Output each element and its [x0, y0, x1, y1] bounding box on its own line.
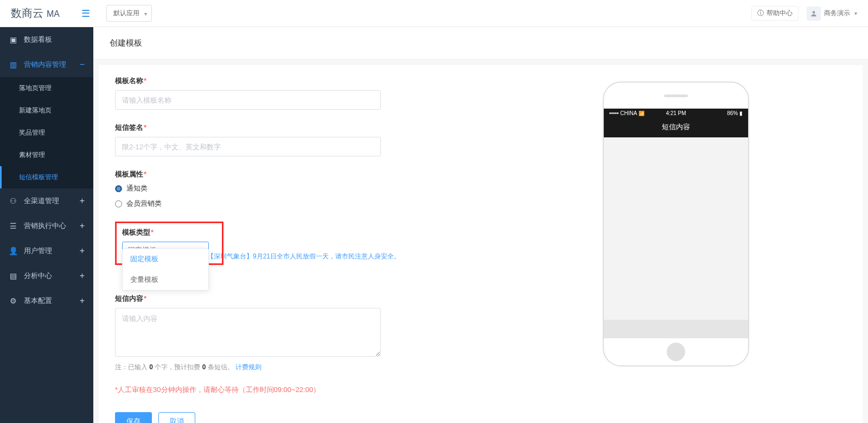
- sidebar-item-label: 全渠道管理: [24, 196, 59, 206]
- sidebar-item-label: 用户管理: [24, 246, 52, 256]
- template-type-dropdown: 固定模板 变量模板: [122, 248, 209, 291]
- content-textarea[interactable]: [115, 308, 381, 357]
- expand-icon: +: [80, 296, 85, 306]
- phone-bottom-bezel: [604, 338, 748, 365]
- svg-point-0: [813, 11, 815, 14]
- user-menu[interactable]: 商务演示: [807, 7, 857, 21]
- top-header: 数商云 MA ☰ 默认应用 ⓘ 帮助中心 商务演示: [0, 0, 868, 27]
- username-label: 商务演示: [824, 9, 850, 18]
- content-counter: 注：已输入 0 个字，预计扣费 0 条短信。 计费规则: [115, 363, 506, 372]
- menu-toggle-icon[interactable]: ☰: [73, 8, 98, 20]
- sidebar-item-label: 营销内容管理: [24, 60, 66, 70]
- radio-notification-input[interactable]: [115, 185, 122, 192]
- expand-icon: +: [80, 246, 85, 256]
- analytics-icon: ▤: [9, 272, 17, 280]
- sidebar-sub-prize[interactable]: 奖品管理: [0, 122, 93, 144]
- users-icon: 👤: [9, 247, 17, 255]
- phone-battery: 86% ▮: [727, 110, 743, 116]
- phone-bottom-bar: [604, 320, 748, 338]
- phone-nav-title: 短信内容: [604, 118, 748, 137]
- brand-sub: MA: [47, 9, 60, 19]
- phone-speaker: [664, 94, 688, 97]
- avatar-icon: [807, 7, 821, 21]
- app-selector[interactable]: 默认应用: [106, 5, 152, 22]
- collapse-icon: −: [80, 60, 85, 70]
- brand-name: 数商云: [11, 6, 43, 21]
- omnichannel-icon: ⚇: [9, 197, 17, 205]
- sidebar-item-analytics[interactable]: ▤ 分析中心 +: [0, 263, 93, 288]
- sidebar-item-label: 基本配置: [24, 296, 52, 306]
- sms-sign-input[interactable]: [115, 137, 381, 156]
- phone-time: 4:21 PM: [666, 110, 686, 116]
- sidebar-sub-material[interactable]: 素材管理: [0, 144, 93, 166]
- radio-notification[interactable]: 通知类: [115, 184, 506, 193]
- gear-icon: ⚙: [9, 296, 17, 305]
- execution-icon: ☰: [9, 222, 17, 230]
- audit-warning: *人工审核在30分钟内操作，请耐心等待（工作时间09:00~22:00）: [115, 385, 506, 395]
- sidebar-nav: ▣ 数据看板 ▥ 营销内容管理 − 落地页管理 新建落地页 奖品管理 素材管理 …: [0, 27, 93, 423]
- page-title: 创建模板: [93, 27, 868, 60]
- template-name-input[interactable]: [115, 90, 381, 110]
- cancel-button[interactable]: 取消: [158, 412, 195, 423]
- help-center-button[interactable]: ⓘ 帮助中心: [751, 6, 799, 21]
- marketing-icon: ▥: [9, 60, 17, 69]
- attribute-label: 模板属性*: [115, 169, 506, 179]
- phone-mockup: ••••• CHINA 4:21 PM 86% ▮ 短信内容: [603, 81, 749, 367]
- phone-carrier: ••••• CHINA: [609, 110, 644, 116]
- template-name-label: 模板名称*: [115, 76, 506, 86]
- expand-icon: +: [80, 221, 85, 231]
- wifi-icon: [639, 110, 644, 116]
- sidebar-item-marketing-content[interactable]: ▥ 营销内容管理 −: [0, 52, 93, 77]
- billing-rule-link[interactable]: 计费规则: [235, 363, 261, 371]
- phone-screen: [604, 137, 748, 338]
- expand-icon: +: [80, 196, 85, 206]
- content-label: 短信内容*: [115, 294, 506, 304]
- sidebar-item-label: 分析中心: [24, 271, 52, 281]
- phone-status-bar: ••••• CHINA 4:21 PM 86% ▮: [604, 109, 748, 118]
- sidebar-sub-sms-template[interactable]: 短信模板管理: [0, 166, 93, 188]
- sidebar-item-label: 数据看板: [24, 35, 52, 45]
- app-selector-label: 默认应用: [113, 9, 139, 17]
- sidebar-sub-landing[interactable]: 落地页管理: [0, 77, 93, 99]
- highlight-annotation: 模板类型* 固定模板 ˄ 固定模板 变量模板: [115, 222, 224, 265]
- sidebar-submenu: 落地页管理 新建落地页 奖品管理 素材管理 短信模板管理: [0, 77, 93, 188]
- save-button[interactable]: 保存: [115, 412, 152, 423]
- radio-member-marketing[interactable]: 会员营销类: [115, 199, 506, 209]
- sidebar-item-execution[interactable]: ☰ 营销执行中心 +: [0, 213, 93, 238]
- main-content: 创建模板 模板名称* 短信签名* 模板: [93, 27, 868, 423]
- sidebar-item-users[interactable]: 👤 用户管理 +: [0, 238, 93, 263]
- phone-home-button: [667, 343, 685, 361]
- dashboard-icon: ▣: [9, 35, 17, 44]
- sidebar-item-dashboard[interactable]: ▣ 数据看板: [0, 27, 93, 52]
- brand-logo: 数商云 MA: [11, 6, 60, 21]
- sms-sign-label: 短信签名*: [115, 123, 506, 132]
- dropdown-option-variable[interactable]: 变量模板: [123, 269, 208, 290]
- help-icon: ⓘ: [757, 9, 764, 18]
- sidebar-item-settings[interactable]: ⚙ 基本配置 +: [0, 288, 93, 313]
- template-type-hint: 【深圳气象台】9月21日全市人民放假一天，请市民注意人身安全。: [207, 252, 506, 261]
- sidebar-item-label: 营销执行中心: [24, 221, 66, 231]
- template-type-label: 模板类型*: [122, 228, 216, 237]
- sidebar-item-omnichannel[interactable]: ⚇ 全渠道管理 +: [0, 188, 93, 213]
- help-label: 帮助中心: [767, 9, 793, 18]
- expand-icon: +: [80, 271, 85, 281]
- form-area: 模板名称* 短信签名* 模板属性*: [115, 76, 506, 423]
- phone-preview-area: ••••• CHINA 4:21 PM 86% ▮ 短信内容: [506, 76, 846, 423]
- radio-member-input[interactable]: [115, 200, 122, 207]
- dropdown-option-fixed[interactable]: 固定模板: [123, 249, 208, 269]
- phone-top-bezel: [604, 83, 748, 109]
- sidebar-sub-new-landing[interactable]: 新建落地页: [0, 99, 93, 122]
